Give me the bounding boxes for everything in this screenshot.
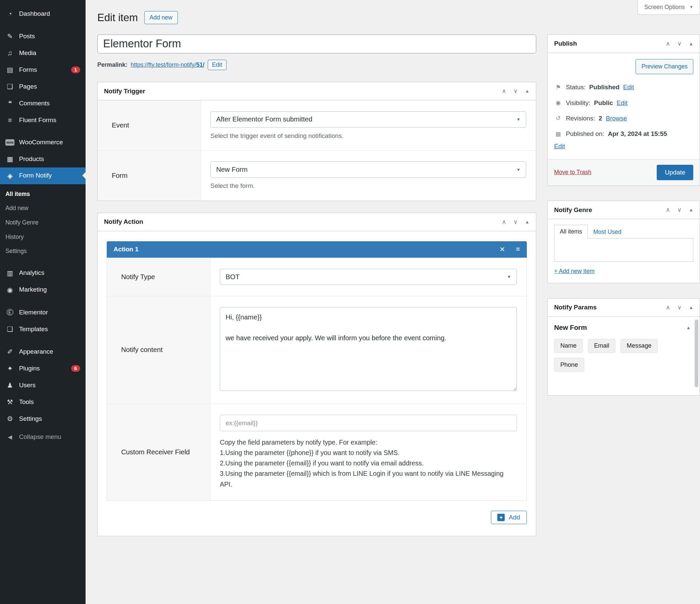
order-up-icon[interactable]: ∧ [498, 217, 510, 227]
action-header-bar[interactable]: Action 1 ✕ ≡ [107, 241, 527, 258]
sidebar-item-woocommerce[interactable]: woo WooCommerce [0, 134, 85, 151]
submenu-item-history[interactable]: History [0, 230, 85, 244]
visibility-icon: ◉ [554, 99, 562, 106]
order-down-icon[interactable]: ∨ [674, 302, 685, 313]
submenu-item-all-items[interactable]: All items [0, 187, 85, 201]
sidebar-item-appearance[interactable]: ✐ Appearance [0, 343, 85, 360]
metabox-header[interactable]: Notify Genre ∧ ∨ ▲ [548, 201, 700, 219]
sidebar-item-tools[interactable]: ⚒ Tools [0, 394, 85, 410]
close-icon[interactable]: ✕ [499, 245, 505, 253]
toggle-panel-icon[interactable]: ▲ [522, 87, 533, 96]
scrollbar[interactable] [695, 320, 698, 405]
published-on-edit-link[interactable]: Edit [554, 143, 565, 150]
submenu-item-add-new[interactable]: Add new [0, 201, 85, 216]
order-down-icon[interactable]: ∨ [510, 86, 521, 97]
drag-handle-icon[interactable]: ≡ [516, 245, 520, 253]
order-down-icon[interactable]: ∨ [674, 38, 685, 49]
sidebar-item-comments[interactable]: ❝ Comments [0, 95, 85, 112]
sidebar-item-label: Fluent Forms [19, 117, 80, 124]
status-edit-link[interactable]: Edit [623, 83, 634, 91]
param-chip-phone[interactable]: Phone [554, 358, 584, 372]
elementor-icon: Ⓔ [5, 309, 15, 316]
order-up-icon[interactable]: ∧ [662, 205, 674, 216]
scrollbar-thumb[interactable] [695, 320, 698, 387]
notify-genre-metabox: Notify Genre ∧ ∨ ▲ All items Most Used [547, 201, 700, 283]
toggle-panel-icon[interactable]: ▲ [522, 218, 533, 226]
order-up-icon[interactable]: ∧ [662, 38, 674, 49]
move-to-trash-link[interactable]: Move to Trash [554, 169, 591, 176]
form-select[interactable]: New Form ▼ [210, 161, 526, 178]
edit-permalink-button[interactable]: Edit [208, 60, 227, 70]
param-chip-email[interactable]: Email [588, 339, 616, 353]
sidebar-item-fluent-forms[interactable]: ≡ Fluent Forms [0, 112, 85, 128]
sidebar-item-label: Tools [19, 399, 80, 405]
notify-type-select[interactable]: BOT ▼ [220, 269, 517, 285]
published-on-value: Apr 3, 2024 at 15:55 [608, 130, 667, 137]
sidebar-item-form-notify[interactable]: ◈ Form Notify [0, 168, 85, 184]
submenu-item-notify-genre[interactable]: Notify Genre [0, 216, 85, 230]
param-chip-message[interactable]: Message [621, 339, 658, 353]
sidebar-item-forms[interactable]: ▤ Forms 1 [0, 61, 85, 78]
event-select[interactable]: After Elementor Form submitted ▼ [210, 111, 526, 128]
sidebar-item-settings[interactable]: ⚙ Settings [0, 410, 85, 427]
status-icon: ⚑ [554, 84, 562, 91]
sidebar-item-label: Templates [19, 326, 80, 332]
order-up-icon[interactable]: ∧ [662, 302, 674, 313]
sidebar-item-marketing[interactable]: ◉ Marketing [0, 281, 85, 298]
toggle-panel-icon[interactable]: ▲ [685, 39, 697, 48]
sidebar-item-elementor[interactable]: Ⓔ Elementor [0, 304, 85, 321]
genre-tabs: All items Most Used [554, 225, 693, 239]
add-new-button[interactable]: Add new [144, 11, 178, 24]
toggle-panel-icon[interactable]: ▲ [685, 206, 697, 215]
add-new-genre-link[interactable]: + Add new item [554, 268, 594, 275]
sidebar-item-analytics[interactable]: ▥ Analytics [0, 265, 85, 281]
param-chip-name[interactable]: Name [554, 339, 583, 353]
metabox-controls: ∧ ∨ ▲ [662, 302, 697, 313]
custom-receiver-input[interactable] [220, 415, 517, 431]
notify-content-textarea[interactable]: Hi, {{name}} we have received your apply… [220, 307, 517, 391]
submenu-item-settings[interactable]: Settings [0, 244, 85, 258]
collapse-menu-button[interactable]: ◀ Collapse menu [0, 429, 85, 445]
screen-options-button[interactable]: Screen Options ▼ [638, 0, 700, 15]
metabox-header[interactable]: Notify Params ∧ ∨ ▲ [548, 299, 700, 317]
revisions-browse-link[interactable]: Browse [606, 115, 627, 122]
visibility-edit-link[interactable]: Edit [617, 99, 628, 107]
collapse-section-icon[interactable]: ▲ [686, 325, 691, 330]
notify-type-label: Notify Type [107, 258, 210, 296]
sidebar-item-label: Analytics [19, 270, 80, 276]
sidebar-item-templates[interactable]: ❑ Templates [0, 321, 85, 337]
revisions-icon: ↺ [554, 115, 562, 122]
order-down-icon[interactable]: ∨ [510, 217, 521, 227]
status-label: Status: [566, 83, 585, 91]
metabox-header[interactable]: Notify Action ∧ ∨ ▲ [98, 213, 535, 231]
published-on-label: Published on: [566, 130, 604, 137]
permalink-link[interactable]: https://fty.test/form-notify/51/ [130, 61, 204, 69]
sidebar-item-users[interactable]: ♟ Users [0, 377, 85, 394]
order-up-icon[interactable]: ∧ [498, 86, 510, 97]
sidebar-item-products[interactable]: ▦ Products [0, 151, 85, 168]
sidebar-item-label: Users [19, 382, 80, 388]
sidebar-item-posts[interactable]: ✎ Posts [0, 28, 85, 45]
metabox-header[interactable]: Notify Trigger ∧ ∨ ▲ [98, 82, 535, 100]
sidebar-item-media[interactable]: ♫ Media [0, 45, 85, 62]
tab-most-used[interactable]: Most Used [588, 226, 627, 239]
metabox-header[interactable]: Publish ∧ ∨ ▲ [548, 35, 700, 53]
update-button[interactable]: Update [657, 165, 693, 180]
sidebar-item-label: Form Notify [19, 173, 80, 179]
screen-options-label: Screen Options [644, 4, 685, 11]
order-down-icon[interactable]: ∨ [674, 205, 685, 216]
toggle-panel-icon[interactable]: ▲ [685, 303, 697, 312]
sidebar-item-pages[interactable]: ❏ Pages [0, 78, 85, 95]
sidebar-item-plugins[interactable]: ✦ Plugins 6 [0, 360, 85, 377]
sidebar-item-label: Products [19, 156, 80, 162]
params-form-name: New Form [554, 324, 587, 331]
sidebar-item-label: Dashboard [19, 11, 80, 17]
tab-all-items[interactable]: All items [554, 225, 588, 239]
add-action-button[interactable]: + Add [491, 511, 527, 524]
preview-changes-button[interactable]: Preview Changes [635, 59, 693, 74]
post-title-input[interactable] [97, 34, 536, 54]
appearance-icon: ✐ [5, 348, 15, 355]
form-notify-submenu: All items Add new Notify Genre History S… [0, 184, 85, 265]
sidebar-item-dashboard[interactable]: ◔ Dashboard [0, 5, 85, 22]
permalink: Permalink: https://fty.test/form-notify/… [97, 60, 536, 70]
